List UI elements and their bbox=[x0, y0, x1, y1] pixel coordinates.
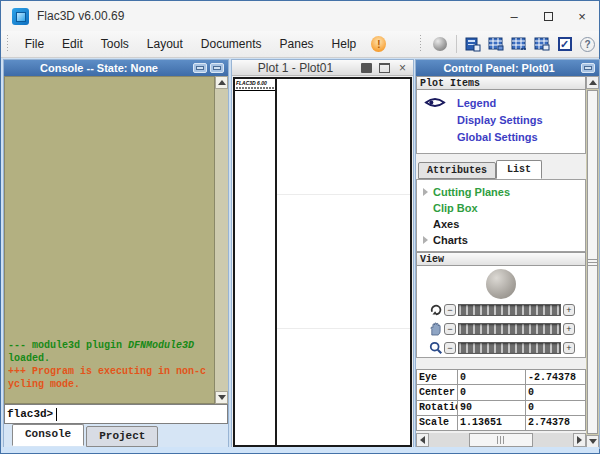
console-input[interactable]: flac3d> bbox=[4, 404, 228, 424]
float-pane-icon[interactable] bbox=[193, 63, 207, 73]
grid-table-icon-2[interactable] bbox=[510, 35, 529, 54]
window-bottom-edge bbox=[1, 447, 599, 453]
plot-area: FLAC3D 6.00 bbox=[233, 77, 412, 447]
row-label: Scale bbox=[417, 415, 458, 430]
zoom-slider[interactable] bbox=[458, 342, 561, 354]
tab-attributes[interactable]: Attributes bbox=[418, 162, 496, 179]
zoom-slider-row: − + bbox=[427, 340, 575, 355]
zoom-plus-button[interactable]: + bbox=[563, 342, 575, 354]
table-horizontal-scrollbar[interactable] bbox=[416, 433, 586, 447]
list-item[interactable]: Legend bbox=[417, 94, 585, 111]
warning-icon[interactable]: ! bbox=[371, 36, 386, 52]
console-tab-bar: Console Project bbox=[4, 424, 228, 448]
scroll-left-button[interactable] bbox=[416, 433, 429, 447]
rotate-slider[interactable] bbox=[458, 304, 561, 316]
console-view: --- module3d plugin DFNModule3D loaded. … bbox=[4, 76, 228, 404]
plot-legend-title: FLAC3D 6.00 bbox=[235, 79, 275, 91]
console-scrollbar[interactable] bbox=[215, 76, 228, 404]
menu-panes[interactable]: Panes bbox=[271, 33, 323, 55]
table-row: Scale 1.13651 2.74378 bbox=[417, 415, 586, 430]
globe-icon[interactable] bbox=[430, 35, 449, 54]
zoom-minus-button[interactable]: − bbox=[444, 342, 456, 354]
grid-table-icon-3[interactable] bbox=[532, 35, 551, 54]
window-controls: – × bbox=[497, 1, 599, 31]
toolbar-grip[interactable] bbox=[6, 35, 10, 53]
value-cell[interactable]: 90 bbox=[458, 400, 526, 415]
close-icon: × bbox=[578, 9, 586, 24]
menu-bar: File Edit Tools Layout Documents Panes H… bbox=[1, 31, 599, 58]
expander-icon[interactable] bbox=[417, 188, 433, 196]
list-item[interactable]: Display Settings bbox=[417, 111, 585, 128]
legend-link[interactable]: Legend bbox=[457, 97, 496, 109]
value-cell[interactable]: 0 bbox=[526, 385, 586, 400]
rotate-minus-button[interactable]: − bbox=[444, 304, 456, 316]
tree-item-charts[interactable]: Charts bbox=[417, 232, 585, 248]
control-panel-scrollbar[interactable] bbox=[586, 76, 599, 448]
maximize-pane-icon[interactable] bbox=[378, 63, 391, 73]
global-settings-link[interactable]: Global Settings bbox=[457, 131, 538, 143]
value-cell[interactable]: -2.74378 bbox=[526, 370, 586, 385]
toolbar-grip-2[interactable] bbox=[418, 35, 422, 53]
text-caret bbox=[56, 408, 57, 421]
scroll-thumb[interactable] bbox=[587, 90, 598, 434]
trackball-sphere[interactable] bbox=[486, 269, 516, 299]
new-plot-icon[interactable] bbox=[464, 35, 483, 54]
menu-tools[interactable]: Tools bbox=[92, 33, 138, 55]
menu-edit[interactable]: Edit bbox=[53, 33, 92, 55]
rotate-plus-button[interactable]: + bbox=[563, 304, 575, 316]
checkbox-icon[interactable]: ✓ bbox=[555, 35, 574, 54]
scroll-right-button[interactable] bbox=[573, 433, 586, 447]
arrow-up-icon bbox=[589, 80, 597, 85]
maximize-icon bbox=[544, 12, 553, 21]
scroll-up-button[interactable] bbox=[586, 76, 599, 89]
scroll-up-button[interactable] bbox=[215, 76, 228, 89]
menu-file[interactable]: File bbox=[16, 33, 53, 55]
tab-project[interactable]: Project bbox=[86, 426, 158, 447]
table-row: Rotation 90 0 bbox=[417, 400, 586, 415]
expander-icon[interactable] bbox=[417, 236, 433, 244]
minimize-pane-icon[interactable] bbox=[581, 63, 595, 73]
plot-canvas[interactable] bbox=[277, 79, 410, 445]
tree-item-clip-box[interactable]: Clip Box bbox=[417, 200, 585, 216]
tab-console[interactable]: Console bbox=[12, 424, 84, 446]
scroll-track[interactable] bbox=[215, 89, 228, 391]
tree-item-axes[interactable]: Axes bbox=[417, 216, 585, 232]
rotate-icon bbox=[427, 303, 444, 317]
value-cell[interactable]: 0 bbox=[458, 370, 526, 385]
scroll-thumb[interactable] bbox=[469, 433, 534, 447]
close-button[interactable]: × bbox=[565, 1, 599, 31]
menu-help[interactable]: Help bbox=[323, 33, 366, 55]
list-item[interactable]: Global Settings bbox=[417, 128, 585, 145]
console-title: Console -- State: None bbox=[8, 62, 190, 74]
pan-minus-button[interactable]: − bbox=[444, 323, 456, 335]
plot-legend: FLAC3D 6.00 bbox=[235, 79, 277, 445]
pan-slider[interactable] bbox=[458, 323, 561, 335]
eye-icon[interactable] bbox=[417, 97, 457, 108]
plot-gridline bbox=[277, 328, 410, 329]
grid-table-icon-1[interactable] bbox=[487, 35, 506, 54]
minimize-button[interactable]: – bbox=[497, 1, 531, 31]
row-label: Rotation bbox=[417, 400, 458, 415]
tree-item-cutting-planes[interactable]: Cutting Planes bbox=[417, 184, 585, 200]
arrow-down-icon bbox=[218, 395, 226, 400]
help-icon[interactable]: ? bbox=[578, 35, 597, 54]
value-cell[interactable]: 2.74378 bbox=[526, 415, 586, 430]
console-header: Console -- State: None bbox=[4, 60, 228, 76]
dock-pane-icon[interactable] bbox=[360, 63, 373, 73]
pan-plus-button[interactable]: + bbox=[563, 323, 575, 335]
view-coordinates-table: Eye 0 -2.74378 Center 0 0 Rotation 90 0 bbox=[416, 369, 586, 431]
value-cell[interactable]: 0 bbox=[458, 385, 526, 400]
tab-list[interactable]: List bbox=[496, 160, 542, 179]
minimize-pane-icon[interactable] bbox=[210, 63, 224, 73]
maximize-button[interactable] bbox=[531, 1, 565, 31]
plot-gridline bbox=[277, 194, 410, 195]
scroll-down-button[interactable] bbox=[215, 391, 228, 404]
menu-documents[interactable]: Documents bbox=[192, 33, 271, 55]
close-pane-icon[interactable]: × bbox=[396, 63, 409, 73]
scroll-track[interactable] bbox=[429, 433, 573, 447]
value-cell[interactable]: 0 bbox=[526, 400, 586, 415]
value-cell[interactable]: 1.13651 bbox=[458, 415, 526, 430]
display-settings-link[interactable]: Display Settings bbox=[457, 114, 543, 126]
menu-layout[interactable]: Layout bbox=[138, 33, 192, 55]
console-body: --- module3d plugin DFNModule3D loaded. … bbox=[4, 76, 228, 448]
